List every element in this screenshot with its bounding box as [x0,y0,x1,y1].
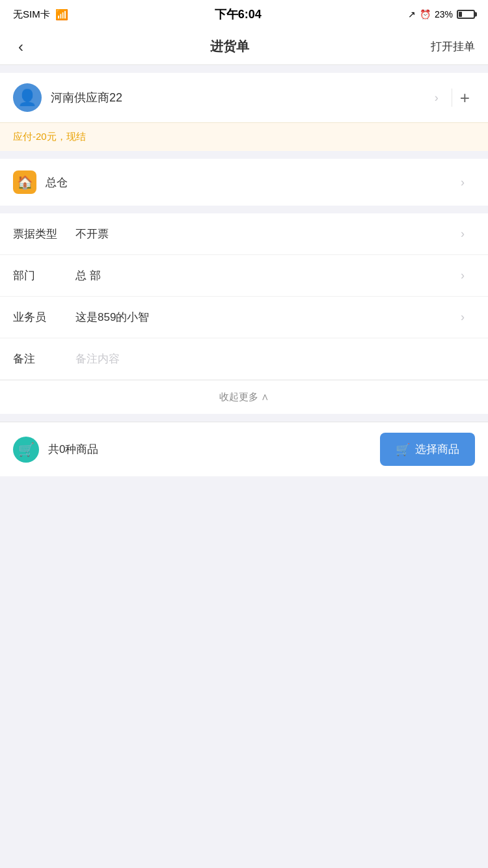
department-value: 总 部 [65,268,461,283]
carrier-text: 无SIM卡 [13,8,50,21]
warehouse-section: 🏠 总仓 › [0,159,488,206]
section-gap-3 [0,206,488,213]
supplier-name: 河南供应商22 [51,90,435,105]
status-indicators: ↗ ⏰ 23% [408,9,475,20]
form-section: 票据类型 不开票 › 部门 总 部 › 业务员 这是859的小智 › 备注 备注… [0,213,488,414]
salesperson-chevron: › [461,310,465,324]
section-gap-2 [0,151,488,159]
product-count-text: 共0种商品 [48,442,380,457]
collapse-button[interactable]: 收起更多 ∧ [219,391,269,403]
product-icon-wrap: 🛒 [13,437,39,463]
vertical-divider [452,88,452,107]
section-gap-1 [0,65,488,73]
department-row[interactable]: 部门 总 部 › [0,255,488,297]
location-icon: ↗ [408,9,416,20]
avatar-icon: 👤 [18,88,37,107]
section-gap-4 [0,414,488,422]
product-cart-icon: 🛒 [18,442,34,457]
warehouse-chevron-icon: › [461,176,465,189]
supplier-section: 👤 河南供应商22 › + 应付-20元，现结 [0,73,488,151]
page-title: 进货单 [210,38,249,55]
select-cart-icon: 🛒 [396,442,410,457]
notice-banner: 应付-20元，现结 [0,122,488,151]
ticket-type-value: 不开票 [65,226,461,241]
ticket-type-chevron: › [461,227,465,241]
alarm-icon: ⏰ [420,9,431,20]
supplier-avatar: 👤 [13,83,42,112]
notice-text: 应付-20元，现结 [13,131,86,142]
open-pending-button[interactable]: 打开挂单 [431,39,475,54]
department-label: 部门 [13,268,65,283]
supplier-chevron-icon: › [435,91,439,105]
select-button-label: 选择商品 [415,442,459,457]
collapse-row[interactable]: 收起更多 ∧ [0,380,488,414]
warehouse-row[interactable]: 🏠 总仓 › [0,159,488,206]
wifi-icon: 📶 [55,8,68,21]
select-product-button[interactable]: 🛒 选择商品 [380,433,475,466]
battery-percent: 23% [435,9,453,20]
nav-bar: ‹ 进货单 打开挂单 [0,29,488,65]
battery-icon [457,10,475,19]
remarks-row[interactable]: 备注 备注内容 [0,338,488,380]
remarks-input[interactable]: 备注内容 [65,351,475,366]
warehouse-icon: 🏠 [17,174,33,190]
salesperson-row[interactable]: 业务员 这是859的小智 › [0,297,488,338]
status-bar: 无SIM卡 📶 下午6:04 ↗ ⏰ 23% [0,0,488,29]
page-content: 👤 河南供应商22 › + 应付-20元，现结 🏠 总仓 › 票据类型 不开票 … [0,65,488,868]
salesperson-value: 这是859的小智 [65,310,461,325]
bottom-bar: 🛒 共0种商品 🛒 选择商品 [0,422,488,476]
status-time: 下午6:04 [215,7,262,22]
warehouse-icon-wrap: 🏠 [13,170,36,194]
add-button[interactable]: + [455,85,475,111]
department-chevron: › [461,269,465,282]
back-button[interactable]: ‹ [13,33,29,61]
status-carrier: 无SIM卡 📶 [13,8,68,21]
warehouse-name: 总仓 [46,175,461,190]
supplier-row[interactable]: 👤 河南供应商22 › + [0,73,488,122]
ticket-type-label: 票据类型 [13,226,65,241]
ticket-type-row[interactable]: 票据类型 不开票 › [0,213,488,255]
salesperson-label: 业务员 [13,310,65,325]
remarks-label: 备注 [13,351,65,366]
